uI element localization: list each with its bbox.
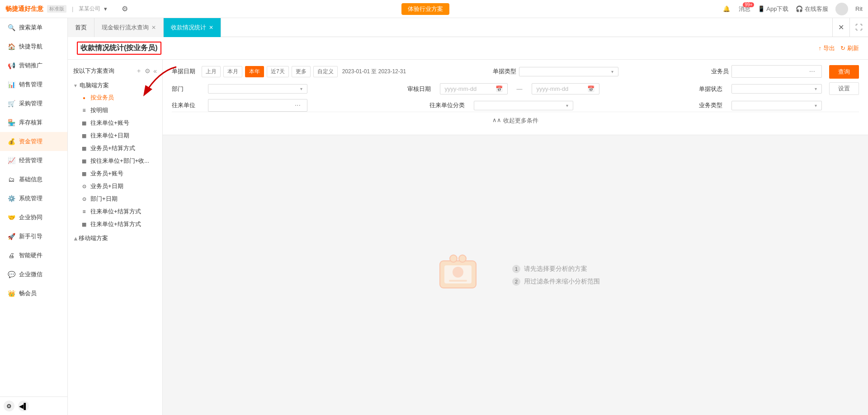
sidebar-item-system[interactable]: ⚙️ 系统管理 <box>0 189 67 208</box>
scheme-item-dept-date-label: 部门+日期 <box>90 195 118 203</box>
member-icon: 👑 <box>7 289 15 297</box>
review-date-from[interactable]: yyyy-mm-dd 📅 <box>440 83 508 94</box>
notification-area[interactable]: 🔔 99+ 消息 <box>723 5 751 13</box>
page-content: 收款情况统计(按业务员) ↑ 导出 ↻ 刷新 按以下方 <box>68 37 868 415</box>
collapse-label: 收起更多条件 <box>503 117 538 125</box>
sidebar-item-finance[interactable]: 💰 资金管理 <box>0 132 67 151</box>
tab-collection-stats[interactable]: 收款情况统计 ✕ <box>164 18 221 37</box>
partner-settlement2-icon: ▦ <box>80 221 88 228</box>
filter-area: 单据日期 上月 本月 本年 近7天 更多 自定义 2023-01-01 至 20… <box>163 60 868 135</box>
date-btn-prev-month[interactable]: 上月 <box>202 66 221 77</box>
scheme-item-by-salesman[interactable]: ● 按业务员 <box>68 91 162 104</box>
online-service-link[interactable]: 🎧 在线客服 <box>796 5 828 13</box>
partner-date-icon: ▦ <box>80 132 88 139</box>
tab-bank-flow-close[interactable]: ✕ <box>151 24 156 31</box>
finance-icon: 💰 <box>7 137 15 146</box>
tab-collection-stats-close[interactable]: ✕ <box>209 24 213 31</box>
doc-type-chevron-icon: ▾ <box>611 69 613 74</box>
review-date-to[interactable]: yyyy-mm-dd 📅 <box>532 83 599 94</box>
purchase-icon: 🛒 <box>7 99 15 108</box>
close-tab-btn[interactable]: ✕ <box>832 18 849 37</box>
query-btn[interactable]: 查询 <box>829 65 859 79</box>
tab-bank-flow[interactable]: 现金银行流水查询 ✕ <box>94 18 164 37</box>
refresh-btn[interactable]: ↻ 刷新 <box>840 44 859 52</box>
sidebar-label-enterprise: 企业协同 <box>19 213 42 222</box>
enterprise-icon: 🤝 <box>7 213 15 222</box>
date-btn-curr-month[interactable]: 本月 <box>223 66 242 77</box>
scheme-group-mobile-header[interactable]: ▶ 移动端方案 <box>68 232 162 244</box>
mobile-group-arrow: ▶ <box>73 236 78 240</box>
fullscreen-btn[interactable]: ⛶ <box>849 18 868 37</box>
scheme-item-partner-dept-label: 按往来单位+部门+收... <box>90 157 149 165</box>
sidebar-item-member[interactable]: 👑 畅会员 <box>0 284 67 303</box>
date-range-display: 2023-01-01 至 2023-12-31 <box>342 68 406 75</box>
salesman-select[interactable]: ··· <box>731 65 822 78</box>
settings-gear-icon[interactable]: ⚙ <box>122 5 128 13</box>
scheme-item-partner-date[interactable]: ▦ 往来单位+日期 <box>68 129 162 142</box>
partner-category-select[interactable]: ▾ <box>474 101 573 110</box>
sidebar-item-starter[interactable]: 🚀 新手引导 <box>0 227 67 246</box>
date-btn-curr-year[interactable]: 本年 <box>245 66 264 77</box>
scheme-item-by-detail[interactable]: ≡ 按明细 <box>68 104 162 117</box>
scheme-item-partner-settlement2[interactable]: ▦ 往来单位+结算方式 <box>68 218 162 231</box>
scheme-item-salesman-account[interactable]: ▦ 业务员+账号 <box>68 167 162 180</box>
bell-icon: 🔔 <box>723 5 730 12</box>
left-panel-actions: ＋ ⚙ « <box>136 67 157 75</box>
scheme-item-partner-account[interactable]: ▦ 往来单位+账号 <box>68 117 162 129</box>
scheme-item-partner-dept[interactable]: ▦ 按往来单位+部门+收... <box>68 155 162 167</box>
partner-more-icon[interactable]: ··· <box>295 101 301 109</box>
salesman-more-icon[interactable]: ··· <box>809 67 815 75</box>
sidebar-item-basic-info[interactable]: 🗂 基础信息 <box>0 170 67 189</box>
dept-select[interactable]: ▾ <box>208 84 307 94</box>
partner-select[interactable]: ··· <box>208 99 307 112</box>
step-2-number: 2 <box>512 278 520 286</box>
doc-status-select[interactable]: ▾ <box>731 84 822 94</box>
sidebar-item-purchase[interactable]: 🛒 采购管理 <box>0 94 67 113</box>
scheme-item-salesman-settlement[interactable]: ▦ 业务员+结算方式 <box>68 142 162 155</box>
tab-home[interactable]: 首页 <box>68 18 94 37</box>
salesman-label: 业务员 <box>702 67 729 75</box>
sidebar: 🔍 搜索菜单 🏠 快捷导航 📢 营销推广 📊 销售管理 🛒 采购管理 🏪 <box>0 18 68 415</box>
empty-step-2-text: 用过滤条件来缩小分析范围 <box>524 278 600 286</box>
basic-icon: 🗂 <box>7 175 15 184</box>
scheme-item-salesman-date[interactable]: ⊙ 业务员+日期 <box>68 180 162 193</box>
sidebar-item-inventory[interactable]: 🏪 库存核算 <box>0 113 67 132</box>
add-scheme-icon[interactable]: ＋ <box>136 67 142 75</box>
doc-type-select[interactable]: ▾ <box>519 67 618 76</box>
scheme-group-desktop-header[interactable]: ▼ 电脑端方案 <box>68 80 162 91</box>
export-icon: ↑ <box>819 45 822 52</box>
sidebar-item-operations[interactable]: 📈 经营管理 <box>0 151 67 170</box>
export-btn[interactable]: ↑ 导出 <box>819 44 835 52</box>
scheme-item-partner-settlement1[interactable]: ≡ 往来单位+结算方式 <box>68 205 162 218</box>
trial-btn[interactable]: 体验行业方案 <box>401 3 449 15</box>
partner-category-chevron-icon: ▾ <box>566 103 568 108</box>
collapse-panel-icon[interactable]: « <box>153 67 157 75</box>
sidebar-item-smart-hw[interactable]: 🖨 智能硬件 <box>0 246 67 265</box>
sidebar-item-quick-nav[interactable]: 🏠 快捷导航 <box>0 37 67 56</box>
sidebar-menu: 🔍 搜索菜单 🏠 快捷导航 📢 营销推广 📊 销售管理 🛒 采购管理 🏪 <box>0 18 67 396</box>
main-layout: 🔍 搜索菜单 🏠 快捷导航 📢 营销推广 📊 销售管理 🛒 采购管理 🏪 <box>0 18 868 415</box>
scheme-item-dept-date[interactable]: ⊙ 部门+日期 <box>68 193 162 205</box>
step-1-number: 1 <box>512 265 520 273</box>
sidebar-label-smart-hw: 智能硬件 <box>19 251 42 259</box>
sidebar-item-marketing[interactable]: 📢 营销推广 <box>0 56 67 75</box>
date-btn-more[interactable]: 更多 <box>292 66 311 77</box>
sidebar-item-sales[interactable]: 📊 销售管理 <box>0 75 67 94</box>
scheme-item-by-detail-label: 按明细 <box>90 106 108 114</box>
sidebar-label-inventory: 库存核算 <box>19 118 42 127</box>
avatar[interactable] <box>835 3 848 15</box>
app-download-link[interactable]: 📱 App下载 <box>758 5 788 13</box>
biz-type-select[interactable]: ▾ <box>731 101 822 110</box>
collapse-bar[interactable]: ∧∧ 收起更多条件 <box>172 112 859 129</box>
breadcrumb-dropdown[interactable]: ▾ <box>104 5 107 12</box>
sidebar-item-wechat[interactable]: 💬 企业微信 <box>0 265 67 284</box>
scheme-settings-icon[interactable]: ⚙ <box>145 67 151 75</box>
collapse-sidebar-icon[interactable]: ◀▌ <box>18 401 29 411</box>
date-btn-custom[interactable]: 自定义 <box>313 66 338 77</box>
date-btn-7days[interactable]: 近7天 <box>267 66 289 77</box>
sidebar-item-search-menu[interactable]: 🔍 搜索菜单 <box>0 18 67 37</box>
page-title: 收款情况统计(按业务员) <box>77 42 161 55</box>
sidebar-item-enterprise[interactable]: 🤝 企业协同 <box>0 208 67 227</box>
filter-settings-btn[interactable]: 设置 <box>829 82 859 95</box>
settings-bottom-icon[interactable]: ⚙ <box>4 401 14 411</box>
